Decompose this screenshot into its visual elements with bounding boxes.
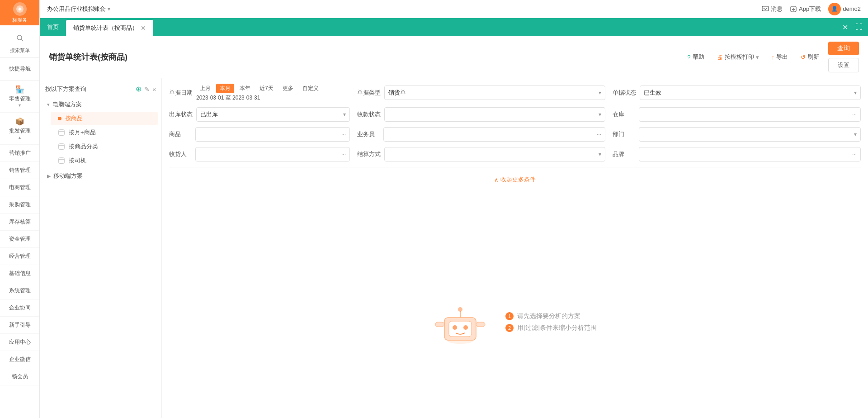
recipient-field: 收货人 ···	[169, 147, 350, 162]
workspace-text: 办公用品行业模拟账套	[47, 5, 106, 13]
date-tab-last-month[interactable]: 上月	[196, 84, 214, 93]
sidebar-item-member[interactable]: 畅会员	[0, 368, 39, 385]
sidebar-item-wholesale[interactable]: 📦 批发管理 ▴	[0, 113, 39, 145]
sidebar-item-apps[interactable]: 应用中心	[0, 334, 39, 351]
user-name-text: demo2	[843, 5, 861, 12]
brand-input[interactable]: ···	[639, 147, 861, 162]
scheme-edit-btn[interactable]: ✎	[144, 86, 150, 93]
salesperson-input[interactable]: ···	[383, 127, 605, 142]
marketing-label: 营销推广	[9, 149, 31, 157]
warehouse-more-icon: ···	[852, 111, 857, 118]
sidebar-item-inventory[interactable]: 库存核算	[0, 214, 39, 231]
sidebar-item-marketing[interactable]: 营销推广	[0, 145, 39, 162]
setting-button[interactable]: 设置	[828, 58, 859, 72]
empty-tip-1: 1 请先选择要分析的方案	[505, 312, 580, 320]
sidebar-item-purchase[interactable]: 采购管理	[0, 196, 39, 214]
tab-sales-stats[interactable]: 销货单统计表（按商品） ✕	[66, 20, 153, 36]
desktop-group-arrow-icon: ▾	[47, 102, 50, 108]
collapse-filter-btn[interactable]: ∧ 收起更多条件	[491, 172, 539, 187]
sidebar-item-ecommerce[interactable]: 电商管理	[0, 179, 39, 196]
scheme-item-by-cashier[interactable]: 按司机	[51, 154, 158, 167]
settlement-input[interactable]: ▾	[384, 147, 605, 162]
sidebar-item-tutorial[interactable]: 新手引导	[0, 317, 39, 334]
scheme-group-desktop-header[interactable]: ▾ 电脑端方案	[40, 98, 161, 111]
refresh-btn[interactable]: ↺ 刷新	[797, 51, 823, 63]
warehouse-label: 仓库	[613, 110, 635, 119]
sidebar-item-sales[interactable]: 销售管理	[0, 162, 39, 179]
sidebar-item-operations[interactable]: 经营管理	[0, 248, 39, 265]
scheme-item-by-category[interactable]: 按商品分类	[51, 140, 158, 153]
warehouse-status-input[interactable]: 已出库 ▾	[196, 107, 350, 122]
page-actions: ? 帮助 🖨 按模板打印 ▾ ↑ 导出 ↺ 刷新 查询	[684, 42, 859, 72]
member-label: 畅会员	[12, 373, 28, 380]
message-btn[interactable]: 消息	[762, 5, 783, 13]
doc-status-input[interactable]: 已生效 ▾	[640, 86, 861, 100]
warehouse-status-label: 出库状态	[169, 110, 193, 119]
sidebar-item-cooperation[interactable]: 企业协同	[0, 299, 39, 317]
help-label: 帮助	[693, 53, 704, 61]
export-label: 导出	[776, 53, 788, 61]
sidebar-item-system[interactable]: 系统管理	[0, 282, 39, 299]
tab-maximize-btn[interactable]: ⛶	[854, 21, 864, 33]
warehouse-input[interactable]: ···	[639, 107, 861, 122]
type-field: 单据类型 销货单 ▾	[357, 86, 605, 100]
scheme-collapse-btn[interactable]: «	[152, 86, 156, 93]
app-download-icon	[790, 5, 797, 13]
print-btn[interactable]: 🖨 按模板打印 ▾	[713, 51, 763, 63]
tip-2-text: 用[过滤]条件来缩小分析范围	[517, 324, 597, 332]
scheme-item-by-month-product[interactable]: 按月+商品	[51, 126, 158, 139]
help-btn[interactable]: ? 帮助	[684, 51, 708, 63]
doc-status-field: 单据状态 已生效 ▾	[613, 86, 861, 100]
sales-label: 销售管理	[9, 166, 31, 174]
quick-nav-item[interactable]: 快捷导航	[9, 62, 31, 76]
svg-line-2	[21, 39, 23, 41]
scheme-item-by-product[interactable]: 按商品	[51, 112, 158, 125]
refresh-icon: ↺	[801, 54, 806, 61]
salesperson-field: 业务员 ···	[357, 127, 605, 142]
wechat-label: 企业微信	[9, 356, 31, 363]
query-button[interactable]: 查询	[828, 42, 859, 55]
date-tab-this-year[interactable]: 本年	[236, 84, 254, 93]
date-tab-this-month[interactable]: 本月	[216, 84, 234, 93]
date-range-text: 2023-03-01 至 2023-03-31	[196, 94, 350, 102]
recipient-input[interactable]: ···	[195, 147, 350, 162]
user-avatar: 👤	[828, 3, 841, 15]
department-dropdown-icon: ▾	[854, 131, 857, 138]
department-input[interactable]: ▾	[639, 127, 861, 142]
brand-field: 品牌 ···	[613, 147, 861, 162]
product-label: 商品	[169, 130, 192, 138]
tab-close-btn[interactable]: ✕	[840, 21, 850, 33]
svg-rect-9	[59, 158, 64, 163]
receipt-status-input[interactable]: ▾	[384, 107, 605, 122]
sidebar-item-retail[interactable]: 🏪 零售管理 ▾	[0, 81, 39, 113]
scheme-group-mobile-header[interactable]: ▶ 移动端方案	[40, 169, 161, 183]
product-input[interactable]: ···	[195, 127, 350, 142]
tab-sales-stats-label: 销货单统计表（按商品）	[73, 24, 138, 32]
date-tab-last-7[interactable]: 近7天	[256, 84, 277, 93]
scheme-add-btn[interactable]: ⊕	[136, 85, 142, 93]
tab-home[interactable]: 首页	[40, 18, 66, 36]
sidebar-item-finance[interactable]: 资金管理	[0, 231, 39, 248]
tip-2-num: 2	[505, 324, 514, 332]
date-tab-custom[interactable]: 自定义	[299, 84, 322, 93]
export-btn[interactable]: ↑ 导出	[768, 51, 792, 63]
type-dropdown-icon: ▾	[599, 90, 601, 96]
left-sidebar: 标服务 搜索菜单 快捷导航 🏪 零售管理 ▾ 📦 批发管理 ▴ 营销推广 销售管…	[0, 0, 40, 418]
sidebar-item-basic[interactable]: 基础信息	[0, 265, 39, 282]
operations-label: 经营管理	[9, 252, 31, 260]
date-tab-more[interactable]: 更多	[279, 84, 297, 93]
tab-close-icon[interactable]: ✕	[141, 25, 146, 31]
search-icon-area[interactable]	[11, 29, 29, 47]
retail-icon: 🏪	[15, 85, 24, 94]
sidebar-item-wechat[interactable]: 企业微信	[0, 351, 39, 368]
app-logo[interactable]: 标服务	[0, 0, 40, 25]
wholesale-icon: 📦	[15, 117, 24, 126]
svg-rect-7	[59, 144, 64, 149]
logo-icon	[13, 2, 27, 16]
svg-rect-18	[435, 322, 444, 327]
wholesale-arrow-icon: ▴	[19, 135, 21, 140]
type-input[interactable]: 销货单 ▾	[384, 86, 605, 100]
by-month-product-label: 按月+商品	[69, 128, 96, 137]
user-avatar-btn[interactable]: 👤 demo2	[828, 3, 861, 15]
app-download-btn[interactable]: App下载	[790, 5, 821, 13]
